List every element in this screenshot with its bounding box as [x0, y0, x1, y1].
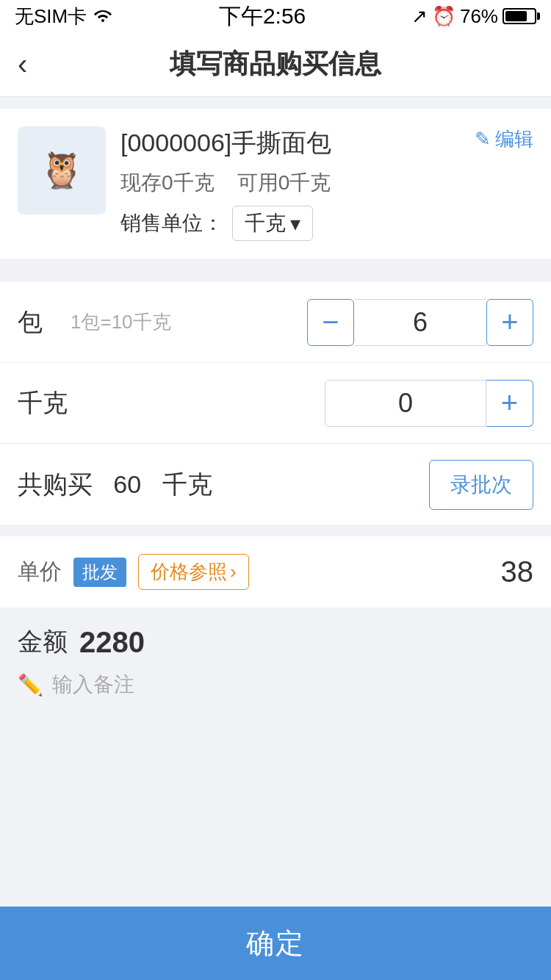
divider-1 [0, 259, 551, 270]
bao-decrement-button[interactable]: − [307, 299, 354, 346]
amount-row: 金额 2280 [18, 625, 533, 659]
kg-label: 千克 [18, 386, 68, 420]
price-value: 38 [501, 555, 534, 588]
status-right: ↗ ⏰ 76% [411, 5, 536, 28]
edit-icon: ✎ [475, 128, 491, 151]
edit-button[interactable]: ✎ 编辑 [475, 126, 533, 152]
dropdown-arrow-icon: ▾ [290, 212, 300, 236]
back-button[interactable]: ‹ [18, 48, 27, 81]
wifi-icon [93, 6, 113, 26]
product-stock: 现存0千克 可用0千克 [120, 169, 533, 197]
product-image: 🦉 [18, 126, 106, 215]
batch-button[interactable]: 录批次 [429, 460, 533, 510]
bao-hint: 1包=10千克 [71, 309, 307, 335]
total-amount: 60 [113, 470, 141, 498]
unit-value: 千克 [245, 209, 286, 237]
stock-text: 现存0千克 [120, 171, 215, 194]
status-bar: 无SIM卡 下午2:56 ↗ ⏰ 76% [0, 0, 551, 32]
status-left: 无SIM卡 [15, 4, 113, 29]
nav-bar: ‹ 填写商品购买信息 [0, 32, 551, 97]
kg-quantity-input[interactable] [325, 380, 486, 427]
price-section: 单价 批发 价格参照 › 38 [0, 536, 551, 608]
available-text: 可用0千克 [237, 171, 331, 194]
total-label: 共购买 [18, 470, 93, 498]
price-ref-label: 价格参照 [151, 559, 227, 585]
battery-percent: 76% [460, 5, 498, 28]
confirm-button[interactable]: 确定 [0, 907, 551, 980]
kg-quantity-row: 千克 + [0, 363, 551, 444]
bao-increment-button[interactable]: + [486, 299, 533, 346]
amount-label: 金额 [18, 625, 68, 659]
price-ref-arrow-icon: › [230, 561, 237, 583]
unit-label: 销售单位： [120, 209, 223, 237]
battery-icon [503, 8, 536, 24]
amount-value: 2280 [79, 626, 145, 659]
note-label: 输入备注 [52, 671, 134, 699]
bao-quantity-input[interactable] [354, 299, 486, 346]
bao-quantity-control: − + [307, 299, 533, 346]
total-section: 共购买 60 千克 录批次 [0, 444, 551, 525]
price-label: 单价 [18, 557, 62, 587]
quantity-section: 包 1包=10千克 − + 千克 + 共购买 60 千克 录批次 [0, 282, 551, 525]
amount-section: 金额 2280 ✏️ 输入备注 [0, 608, 551, 716]
price-ref-button[interactable]: 价格参照 › [138, 554, 249, 590]
alarm-icon: ⏰ [432, 5, 455, 28]
price-type-tag: 批发 [73, 558, 126, 587]
kg-quantity-control: + [325, 380, 533, 427]
bao-quantity-row: 包 1包=10千克 − + [0, 282, 551, 363]
product-unit-row: 销售单位： 千克 ▾ [120, 206, 533, 241]
note-row[interactable]: ✏️ 输入备注 [18, 671, 533, 699]
total-unit: 千克 [162, 470, 212, 498]
bao-label: 包 [18, 306, 62, 339]
product-section: 🦉 [0000006]手撕面包 ✎ 编辑 现存0千克 可用0千克 销售单位： 千… [0, 109, 551, 259]
product-owl-icon: 🦉 [40, 150, 84, 191]
total-text: 共购买 60 千克 [18, 468, 212, 502]
product-info: [0000006]手撕面包 ✎ 编辑 现存0千克 可用0千克 销售单位： 千克 … [120, 126, 533, 241]
kg-increment-button[interactable]: + [486, 380, 533, 427]
edit-label: 编辑 [495, 126, 533, 152]
unit-selector[interactable]: 千克 ▾ [232, 206, 313, 241]
location-icon: ↗ [411, 5, 428, 28]
status-time: 下午2:56 [219, 1, 306, 32]
product-name: [0000006]手撕面包 [120, 126, 331, 160]
divider-2 [0, 525, 551, 536]
page-title: 填写商品购买信息 [170, 46, 381, 82]
carrier-text: 无SIM卡 [15, 4, 87, 29]
pencil-icon: ✏️ [18, 673, 43, 697]
